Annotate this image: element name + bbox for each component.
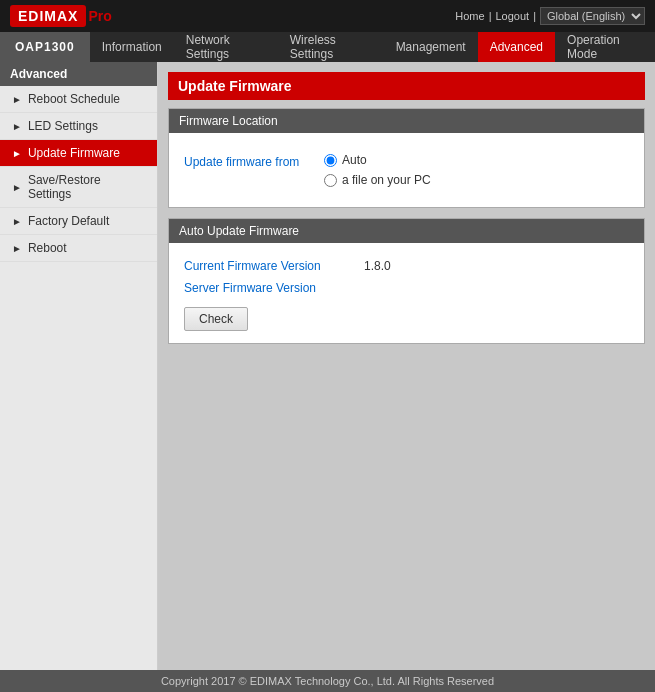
sidebar-item-reboot[interactable]: ► Reboot [0,235,157,262]
arrow-icon: ► [12,94,22,105]
page-title: Update Firmware [168,72,645,100]
current-firmware-value: 1.8.0 [364,259,391,273]
radio-auto[interactable] [324,154,337,167]
nav-item-information[interactable]: Information [90,32,174,62]
firmware-location-body: Update firmware from Auto a file on your… [169,133,644,207]
logo-edimax: EDIMAX [10,5,86,27]
nav-item-advanced[interactable]: Advanced [478,32,555,62]
sidebar-item-save-restore[interactable]: ► Save/Restore Settings [0,167,157,208]
radio-auto-label[interactable]: Auto [324,153,431,167]
separator1: | [489,10,492,22]
sidebar-item-label: LED Settings [28,119,98,133]
arrow-icon: ► [12,148,22,159]
footer: Copyright 2017 © EDIMAX Technology Co., … [0,670,655,692]
auto-update-body: Current Firmware Version 1.8.0 Server Fi… [169,243,644,343]
arrow-icon: ► [12,243,22,254]
arrow-icon: ► [12,182,22,193]
sidebar: Advanced ► Reboot Schedule ► LED Setting… [0,62,158,670]
logo-area: EDIMAX Pro [10,5,112,27]
auto-update-header: Auto Update Firmware [169,219,644,243]
logout-link[interactable]: Logout [495,10,529,22]
sidebar-item-factory-default[interactable]: ► Factory Default [0,208,157,235]
sidebar-item-led-settings[interactable]: ► LED Settings [0,113,157,140]
main-layout: Advanced ► Reboot Schedule ► LED Setting… [0,62,655,670]
firmware-location-row: Update firmware from Auto a file on your… [184,145,629,195]
header: EDIMAX Pro Home | Logout | Global (Engli… [0,0,655,32]
nav-item-network-settings[interactable]: Network Settings [174,32,278,62]
logo-pro: Pro [88,8,111,24]
auto-update-section: Auto Update Firmware Current Firmware Ve… [168,218,645,344]
sidebar-item-label: Reboot [28,241,67,255]
nav-item-operation-mode[interactable]: Operation Mode [555,32,655,62]
arrow-icon: ► [12,216,22,227]
radio-pc-text: a file on your PC [342,173,431,187]
sidebar-item-label: Update Firmware [28,146,120,160]
server-firmware-row: Server Firmware Version [184,277,629,299]
radio-group: Auto a file on your PC [324,153,431,187]
firmware-location-label: Update firmware from [184,153,324,169]
current-firmware-label: Current Firmware Version [184,259,364,273]
nav-item-wireless-settings[interactable]: Wireless Settings [278,32,384,62]
radio-pc[interactable] [324,174,337,187]
nav-model: OAP1300 [0,32,90,62]
check-button[interactable]: Check [184,307,248,331]
sidebar-item-reboot-schedule[interactable]: ► Reboot Schedule [0,86,157,113]
nav-bar: OAP1300 Information Network Settings Wir… [0,32,655,62]
separator2: | [533,10,536,22]
nav-items: Information Network Settings Wireless Se… [90,32,655,62]
radio-pc-label[interactable]: a file on your PC [324,173,431,187]
firmware-location-header: Firmware Location [169,109,644,133]
sidebar-item-label: Factory Default [28,214,109,228]
firmware-location-section: Firmware Location Update firmware from A… [168,108,645,208]
sidebar-item-label: Save/Restore Settings [28,173,147,201]
server-firmware-label: Server Firmware Version [184,281,364,295]
current-firmware-row: Current Firmware Version 1.8.0 [184,255,629,277]
sidebar-item-label: Reboot Schedule [28,92,120,106]
sidebar-item-update-firmware[interactable]: ► Update Firmware [0,140,157,167]
nav-item-management[interactable]: Management [384,32,478,62]
home-link[interactable]: Home [455,10,484,22]
footer-text: Copyright 2017 © EDIMAX Technology Co., … [161,675,494,687]
region-select[interactable]: Global (English) [540,7,645,25]
arrow-icon: ► [12,121,22,132]
sidebar-title: Advanced [0,62,157,86]
header-links: Home | Logout | Global (English) [455,7,645,25]
content-area: Update Firmware Firmware Location Update… [158,62,655,670]
radio-auto-text: Auto [342,153,367,167]
